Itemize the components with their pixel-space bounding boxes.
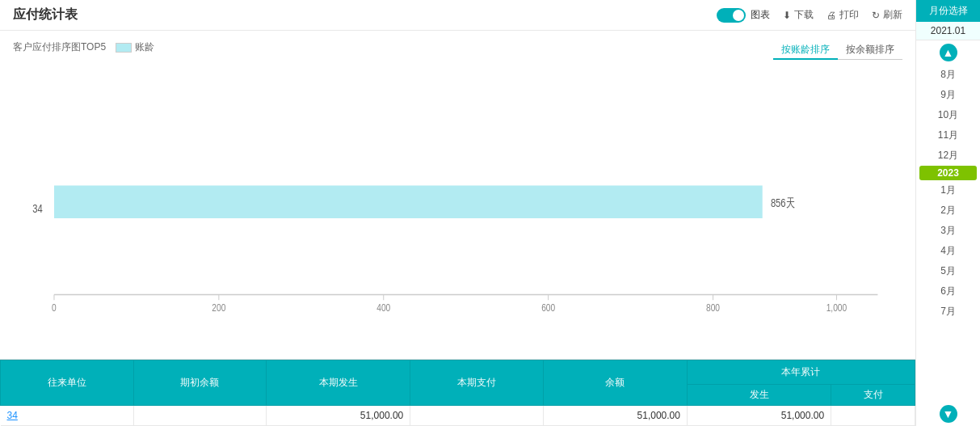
table-area: 往来单位 期初余额 本期发生 本期支付 余额 本年累计 发生 支付 34 51,… — [0, 359, 915, 426]
cell-opening — [133, 406, 267, 426]
col-unit: 往来单位 — [1, 361, 134, 406]
legend-item: 账龄 — [116, 40, 154, 54]
cell-payment — [410, 406, 544, 426]
table-header-row1: 往来单位 期初余额 本期发生 本期支付 余额 本年累计 — [1, 361, 915, 385]
sidebar-nav-down: ▼ — [916, 402, 980, 426]
month-item-12[interactable]: 12月 — [916, 146, 980, 166]
col-ytd-pay: 支付 — [831, 385, 915, 406]
month-item-11[interactable]: 11月 — [916, 125, 980, 146]
bar-value-label: 856天 — [771, 196, 795, 210]
svg-text:600: 600 — [541, 301, 555, 314]
data-table: 往来单位 期初余额 本期发生 本期支付 余额 本年累计 发生 支付 34 51,… — [0, 360, 915, 426]
col-current: 本期发生 — [267, 361, 410, 406]
page-title: 应付统计表 — [13, 6, 78, 23]
svg-text:200: 200 — [212, 301, 225, 314]
sidebar-nav-up: ▲ — [916, 40, 980, 65]
month-item-6[interactable]: 6月 — [916, 281, 980, 302]
cell-current: 51,000.00 — [267, 406, 410, 426]
year-input[interactable] — [916, 22, 980, 40]
col-balance: 余额 — [543, 361, 687, 406]
nav-up-button[interactable]: ▲ — [940, 44, 957, 61]
month-item-7[interactable]: 7月 — [916, 302, 980, 322]
refresh-icon: ↻ — [872, 10, 880, 21]
chart-area: 客户应付排序图TOP5 账龄 按账龄排序 按余额排序 34 856天 — [0, 31, 915, 359]
month-item-2[interactable]: 2月 — [916, 200, 980, 221]
download-icon: ⬇ — [783, 10, 791, 21]
legend-box — [116, 43, 132, 53]
legend-title: 客户应付排序图TOP5 — [13, 40, 106, 54]
table-row: 34 51,000.00 51,000.00 51,000.00 — [1, 406, 915, 426]
svg-text:1,000: 1,000 — [826, 301, 848, 314]
year-badge-2023[interactable]: 2023 — [919, 166, 977, 180]
sidebar-header: 月份选择 — [916, 0, 980, 22]
sort-by-age-button[interactable]: 按账龄排序 — [773, 41, 838, 60]
col-payment: 本期支付 — [410, 361, 544, 406]
chart-toggle-label: 图表 — [751, 8, 770, 22]
chart-bar — [54, 186, 763, 219]
chart-toggle-container: 图表 — [717, 8, 770, 23]
chart-svg: 34 856天 0 200 400 600 800 1,000 — [13, 65, 902, 349]
sidebar: 月份选择 ▲ 8月 9月 10月 11月 12月 2023 1月 2月 3月 4… — [915, 0, 980, 426]
chart-container: 34 856天 0 200 400 600 800 1,000 — [13, 65, 902, 349]
chart-legend: 客户应付排序图TOP5 账龄 — [13, 40, 154, 54]
col-opening: 期初余额 — [133, 361, 267, 406]
svg-text:400: 400 — [376, 301, 390, 314]
svg-text:0: 0 — [52, 301, 57, 314]
sort-by-balance-button[interactable]: 按余额排序 — [838, 41, 902, 60]
svg-text:800: 800 — [706, 301, 720, 314]
print-icon: 🖨 — [826, 10, 836, 21]
y-axis-label: 34 — [32, 202, 42, 216]
col-ytd: 本年累计 — [687, 361, 915, 385]
legend-label: 账龄 — [135, 40, 154, 54]
month-item-8[interactable]: 8月 — [916, 65, 980, 85]
month-item-1[interactable]: 1月 — [916, 180, 980, 200]
cell-balance: 51,000.00 — [543, 406, 687, 426]
table-body: 34 51,000.00 51,000.00 51,000.00 — [1, 406, 915, 426]
month-item-4[interactable]: 4月 — [916, 241, 980, 261]
print-button[interactable]: 🖨 打印 — [826, 8, 859, 22]
cell-ytd-occur: 51,000.00 — [687, 406, 831, 426]
month-item-10[interactable]: 10月 — [916, 105, 980, 125]
cell-ytd-pay — [831, 406, 915, 426]
chart-toggle[interactable] — [717, 8, 746, 23]
header-actions: 图表 ⬇ 下载 🖨 打印 ↻ 刷新 — [717, 8, 902, 23]
col-ytd-occur: 发生 — [687, 385, 831, 406]
month-list: 8月 9月 10月 11月 12月 2023 1月 2月 3月 4月 5月 6月… — [916, 65, 980, 402]
sort-buttons: 按账龄排序 按余额排序 — [773, 41, 902, 60]
cell-unit[interactable]: 34 — [1, 406, 134, 426]
main-content: 应付统计表 图表 ⬇ 下载 🖨 打印 ↻ 刷新 客户应付排序图TOP5 — [0, 0, 915, 426]
refresh-button[interactable]: ↻ 刷新 — [872, 8, 902, 22]
month-item-9[interactable]: 9月 — [916, 85, 980, 105]
download-button[interactable]: ⬇ 下载 — [783, 8, 814, 22]
month-item-5[interactable]: 5月 — [916, 261, 980, 281]
month-item-3[interactable]: 3月 — [916, 221, 980, 241]
header: 应付统计表 图表 ⬇ 下载 🖨 打印 ↻ 刷新 — [0, 0, 915, 31]
nav-down-button[interactable]: ▼ — [940, 405, 957, 423]
